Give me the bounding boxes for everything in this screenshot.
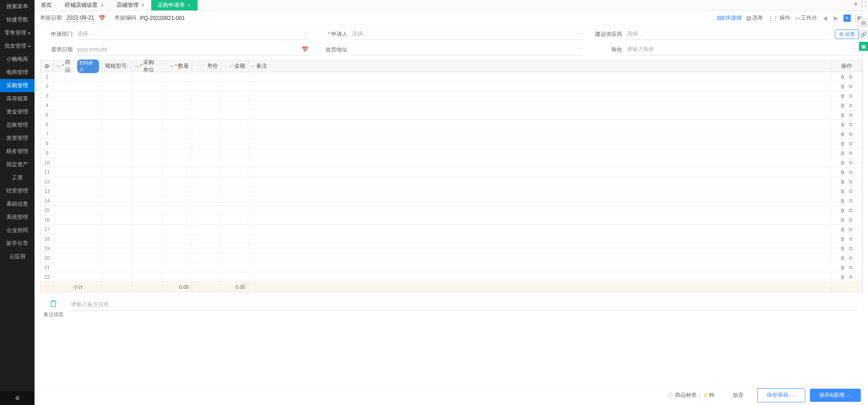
cell-spec[interactable] <box>102 139 132 148</box>
cell-amount[interactable] <box>221 206 248 215</box>
cell-amount[interactable] <box>221 263 248 272</box>
cell-price[interactable] <box>192 148 221 158</box>
table-row[interactable]: 12🗑⧉ <box>40 177 862 187</box>
cell-price[interactable] <box>192 168 221 177</box>
cell-price[interactable] <box>192 187 221 196</box>
cell-unit[interactable] <box>132 120 162 129</box>
delete-icon[interactable]: 🗑 <box>840 198 845 203</box>
table-row[interactable]: 8🗑⧉ <box>40 139 862 148</box>
delete-icon[interactable]: 🗑 <box>840 274 845 280</box>
tabs-expand[interactable]: ⛶ <box>861 1 866 7</box>
table-row[interactable]: 5🗑⧉ <box>40 110 862 120</box>
cell-price[interactable] <box>192 120 221 129</box>
copy-icon[interactable]: ⧉ <box>849 255 853 261</box>
copy-icon[interactable]: ⧉ <box>849 150 853 156</box>
col-qty[interactable]: ▴▾ *数量 <box>162 60 192 72</box>
cell-product[interactable] <box>54 129 102 138</box>
table-row[interactable]: 3🗑⧉ <box>40 91 862 101</box>
cell-remark[interactable] <box>248 253 831 262</box>
cell-unit[interactable] <box>132 168 162 177</box>
cell-product[interactable] <box>54 101 102 110</box>
cell-qty[interactable] <box>162 120 192 129</box>
delete-icon[interactable]: 🗑 <box>840 217 845 222</box>
delete-icon[interactable]: 🗑 <box>840 84 845 89</box>
cell-price[interactable] <box>192 215 221 224</box>
cell-price[interactable] <box>192 82 221 91</box>
cell-product[interactable] <box>54 253 102 262</box>
cell-price[interactable] <box>192 272 221 282</box>
sidebar-item-1[interactable]: 快捷导航 <box>0 13 35 26</box>
cell-unit[interactable] <box>132 148 162 158</box>
cell-spec[interactable] <box>102 101 132 110</box>
cell-unit[interactable] <box>132 263 162 272</box>
cell-spec[interactable] <box>102 72 132 81</box>
cell-spec[interactable] <box>102 120 132 129</box>
cell-spec[interactable] <box>102 272 132 282</box>
sidebar-item-16[interactable]: 系统管理 <box>0 211 35 224</box>
cell-product[interactable] <box>54 82 102 91</box>
cell-price[interactable] <box>192 129 221 138</box>
sidebar-item-8[interactable]: 资金管理 <box>0 105 35 119</box>
toolbar-select[interactable]: ▤选单 <box>746 14 763 22</box>
cell-price[interactable] <box>192 206 221 215</box>
cell-unit[interactable] <box>132 187 162 196</box>
delete-icon[interactable]: 🗑 <box>840 246 845 251</box>
cell-product[interactable] <box>54 139 102 148</box>
cell-unit[interactable] <box>132 206 162 215</box>
save-draft-button[interactable]: 保存草稿 ︿ <box>757 388 805 402</box>
table-row[interactable]: 20🗑⧉ <box>40 253 862 263</box>
cell-remark[interactable] <box>248 120 831 129</box>
cell-qty[interactable] <box>162 177 192 186</box>
cell-amount[interactable] <box>221 177 248 186</box>
cell-price[interactable] <box>192 158 221 167</box>
cell-spec[interactable] <box>102 206 132 215</box>
table-row[interactable]: 13🗑⧉ <box>40 187 862 196</box>
settings-button[interactable]: ⚙ 设置 <box>835 30 859 39</box>
copy-icon[interactable]: ⧉ <box>849 246 853 252</box>
cell-spec[interactable] <box>102 225 132 234</box>
copy-icon[interactable]: ⧉ <box>849 84 853 89</box>
cell-spec[interactable] <box>102 91 132 100</box>
cell-product[interactable] <box>54 234 102 243</box>
cell-spec[interactable] <box>102 263 132 272</box>
col-config[interactable]: ⚙ <box>40 60 54 72</box>
cell-qty[interactable] <box>162 225 192 234</box>
cell-unit[interactable] <box>132 215 162 224</box>
applicant-select[interactable]: 选择... ⋯ <box>351 28 584 40</box>
copy-icon[interactable]: ⧉ <box>849 122 853 128</box>
col-remark[interactable]: ▴▾ 备注 <box>248 60 831 72</box>
cell-amount[interactable] <box>221 215 248 224</box>
copy-icon[interactable]: ⧉ <box>849 217 853 223</box>
scan-badge[interactable]: 扫码录入 <box>77 59 99 73</box>
cell-amount[interactable] <box>221 120 248 129</box>
col-product[interactable]: ▴▾ *商品 扫码录入 <box>54 60 102 72</box>
col-price[interactable]: 单价 <box>192 60 221 72</box>
table-row[interactable]: 22🗑⧉ <box>40 272 862 282</box>
sidebar-item-17[interactable]: 企业协同 <box>0 224 35 237</box>
delete-icon[interactable]: 🗑 <box>840 227 845 232</box>
cell-unit[interactable] <box>132 129 162 138</box>
cell-qty[interactable] <box>162 263 192 272</box>
toolbar-prev[interactable]: ◀ <box>822 15 828 21</box>
table-row[interactable]: 11🗑⧉ <box>40 168 862 177</box>
cell-spec[interactable] <box>102 196 132 205</box>
date-value[interactable]: 2022-09-21 <box>65 14 95 22</box>
cell-amount[interactable] <box>221 72 248 81</box>
cell-price[interactable] <box>192 225 221 234</box>
cell-unit[interactable] <box>132 225 162 234</box>
table-row[interactable]: 17🗑⧉ <box>40 225 862 234</box>
ship-addr-select[interactable]: ⋯ <box>351 44 584 55</box>
cell-price[interactable] <box>192 139 221 148</box>
sidebar-item-4[interactable]: 小畅电商 <box>0 53 35 66</box>
cell-qty[interactable] <box>162 158 192 167</box>
cell-qty[interactable] <box>162 110 192 119</box>
dept-select[interactable]: 选择... ﹀ <box>76 28 309 40</box>
cell-remark[interactable] <box>248 244 831 253</box>
table-row[interactable]: 10🗑⧉ <box>40 158 862 168</box>
cell-qty[interactable] <box>162 82 192 91</box>
cell-spec[interactable] <box>102 168 132 177</box>
table-row[interactable]: 1🗑⧉ <box>40 72 862 82</box>
cell-spec[interactable] <box>102 187 132 196</box>
copy-icon[interactable]: ⧉ <box>849 265 853 271</box>
cell-price[interactable] <box>192 101 221 110</box>
